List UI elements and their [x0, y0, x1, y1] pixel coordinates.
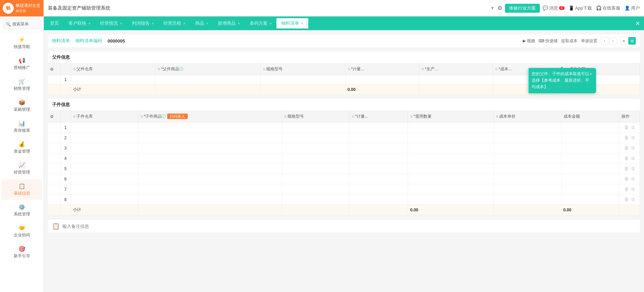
child-row-4-spec[interactable] [282, 153, 349, 164]
delete-icon-row-5[interactable]: 🗑 [624, 166, 629, 171]
nav-tab-bom[interactable]: 物料清单× [276, 18, 308, 28]
nav-tab-barcode[interactable]: 条码方案× [245, 18, 276, 28]
list-view-button[interactable]: ≡ [620, 37, 628, 45]
sidebar-item-guide[interactable]: 🎯新手引导 [1, 242, 42, 262]
child-row-8-product[interactable] [138, 195, 282, 205]
child-row-3-unit-cost[interactable] [494, 143, 561, 153]
sidebar-item-operations[interactable]: 📈经营管理 [1, 159, 42, 179]
child-row-7-cost-amount[interactable] [561, 184, 619, 195]
child-row-7-unit-cost[interactable] [494, 184, 561, 195]
delete-icon-row-1[interactable]: 🗑 [624, 125, 629, 130]
tab-close-add-product[interactable]: × [238, 21, 240, 25]
child-row-3-spec[interactable] [282, 143, 349, 153]
form-view-button[interactable]: ⊞ [628, 37, 636, 45]
child-row-4-needed-qty[interactable] [408, 153, 494, 164]
child-row-2-needed-qty[interactable] [408, 133, 494, 143]
child-row-3-needed-qty[interactable] [408, 143, 494, 153]
child-row-8-unit[interactable] [349, 195, 408, 205]
copy-icon-row-2[interactable]: ⧉ [631, 135, 635, 140]
scan-input-button[interactable]: 扫码录入 [167, 114, 188, 119]
delete-icon-row-7[interactable]: 🗑 [624, 186, 629, 192]
tab-close-operations-status[interactable]: × [120, 21, 122, 25]
child-row-1-cost-amount[interactable] [561, 122, 619, 133]
message-button[interactable]: 💬 消息 6 [543, 5, 565, 11]
get-cost-button[interactable]: 提取成本 [561, 38, 578, 44]
delete-icon-row-4[interactable]: 🗑 [624, 155, 629, 161]
shortcut-button[interactable]: ⌨ 快捷键 [538, 38, 558, 44]
tooltip-close-button[interactable]: × [589, 71, 592, 78]
child-row-6-needed-qty[interactable] [408, 174, 494, 184]
delete-icon-row-2[interactable]: 🗑 [624, 135, 629, 140]
child-row-7-product[interactable] [138, 184, 282, 195]
child-row-6-spec[interactable] [282, 174, 349, 184]
parent-row-1-warehouse[interactable] [71, 75, 156, 84]
tab-close-barcode[interactable]: × [270, 21, 272, 25]
child-row-4-unit[interactable] [349, 153, 408, 164]
tab-close-operations-history[interactable]: × [183, 21, 185, 25]
child-row-2-cost-amount[interactable] [561, 133, 619, 143]
parent-row-1-production[interactable] [419, 75, 493, 84]
child-row-1-warehouse[interactable] [71, 122, 138, 133]
app-download-button[interactable]: 📱 App下载 [569, 5, 592, 11]
child-row-8-cost-amount[interactable] [561, 195, 619, 205]
child-row-5-spec[interactable] [282, 164, 349, 174]
tab-close-bom[interactable]: × [301, 21, 303, 25]
close-all-tabs-button[interactable]: ✕ [633, 19, 643, 28]
nav-tab-profit-report[interactable]: 利润报告× [127, 18, 159, 28]
nav-tab-operations-history[interactable]: 经营历程× [159, 18, 190, 28]
sidebar-item-sales[interactable]: 🛒销售管理 [1, 75, 42, 95]
child-row-5-cost-amount[interactable] [561, 164, 619, 174]
parent-row-1-spec[interactable] [260, 75, 345, 84]
nav-tab-add-product[interactable]: 新增商品× [213, 18, 245, 28]
child-row-2-unit-cost[interactable] [494, 133, 561, 143]
sidebar-item-cooperation[interactable]: 🤝企业协同 [1, 221, 42, 242]
child-row-2-product[interactable] [138, 133, 282, 143]
child-row-8-warehouse[interactable] [71, 195, 138, 205]
dropdown-arrow[interactable]: ▼ [490, 5, 495, 11]
child-row-8-needed-qty[interactable] [408, 195, 494, 205]
child-row-1-unit-cost[interactable] [494, 122, 561, 133]
tab-close-customers[interactable]: × [88, 21, 90, 25]
copy-icon-row-4[interactable]: ⧉ [631, 155, 635, 161]
child-row-3-cost-amount[interactable] [561, 143, 619, 153]
tab-close-profit-report[interactable]: × [152, 21, 154, 25]
settings-gear-icon[interactable]: ⚙ [497, 5, 502, 11]
delete-icon-row-8[interactable]: 🗑 [624, 197, 629, 202]
copy-icon-row-3[interactable]: ⧉ [631, 145, 635, 151]
single-settings-button[interactable]: 单据设置 [581, 38, 597, 44]
sidebar-item-system[interactable]: ⚙️系统管理 [1, 200, 42, 221]
next-button[interactable]: › [609, 37, 617, 45]
child-settings-icon[interactable]: ⚙ [50, 114, 54, 119]
sidebar-item-quick-nav[interactable]: ⚡快捷导航 [1, 33, 42, 53]
online-service-button[interactable]: 🎧 在线客服 [596, 5, 620, 11]
child-row-1-product[interactable] [138, 122, 282, 133]
child-row-5-needed-qty[interactable] [408, 164, 494, 174]
child-row-3-product[interactable] [138, 143, 282, 153]
child-row-7-spec[interactable] [282, 184, 349, 195]
sidebar-item-marketing[interactable]: 📢营销推广 [1, 54, 42, 74]
child-row-4-cost-amount[interactable] [561, 153, 619, 164]
experience-button[interactable]: 体验行业方案 [505, 4, 540, 13]
sidebar-item-finance[interactable]: 💰资金管理 [1, 138, 42, 158]
child-row-5-unit[interactable] [349, 164, 408, 174]
child-row-6-cost-amount[interactable] [561, 174, 619, 184]
copy-icon-row-1[interactable]: ⧉ [631, 125, 635, 130]
child-row-4-product[interactable] [138, 153, 282, 164]
child-row-5-unit-cost[interactable] [494, 164, 561, 174]
copy-icon-row-5[interactable]: ⧉ [631, 166, 635, 171]
delete-icon-row-3[interactable]: 🗑 [624, 145, 629, 151]
sidebar-item-basic-info[interactable]: 📋基础信息 [1, 179, 42, 200]
child-row-1-spec[interactable] [282, 122, 349, 133]
child-row-5-warehouse[interactable] [71, 164, 138, 174]
note-input[interactable] [62, 224, 636, 229]
child-row-8-spec[interactable] [282, 195, 349, 205]
parent-row-1-unit[interactable] [345, 75, 419, 84]
child-row-3-warehouse[interactable] [71, 143, 138, 153]
search-menu-button[interactable]: 🔍 搜索菜单 [3, 19, 41, 29]
child-row-8-unit-cost[interactable] [494, 195, 561, 205]
parent-row-1-product[interactable] [156, 75, 260, 84]
child-row-6-warehouse[interactable] [71, 174, 138, 184]
child-row-2-warehouse[interactable] [71, 133, 138, 143]
nav-tab-operations-status[interactable]: 经营情况× [95, 18, 127, 28]
breadcrumb-parent[interactable]: 物料清单 [52, 38, 70, 44]
